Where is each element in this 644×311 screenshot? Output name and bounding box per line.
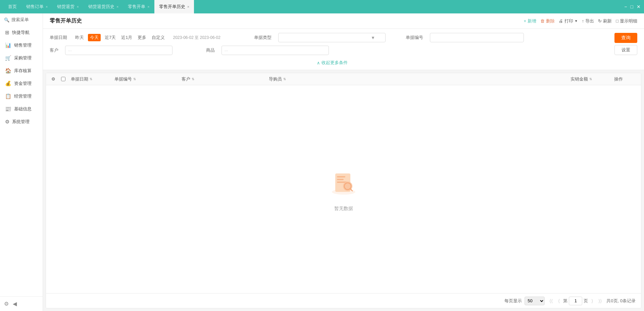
print-icon: 🖨	[559, 18, 563, 23]
type-select-arrow: ▼	[371, 35, 375, 40]
system-icon: ⚙	[5, 119, 9, 125]
query-button[interactable]: 查询	[614, 33, 637, 43]
delete-icon: 🗑	[540, 18, 545, 23]
date-options: 昨天 今天 近7天 近1月 更多 自定义	[74, 34, 166, 41]
print-button[interactable]: 🖨 打印 ▼	[559, 18, 578, 24]
display-detail-button[interactable]: □ 显示明细	[616, 18, 637, 24]
th-amount[interactable]: 实销金额 ⇅	[568, 76, 611, 82]
th-action-label: 操作	[614, 76, 623, 82]
sort-number-icon: ⇅	[133, 77, 136, 81]
customer-dots[interactable]: ···	[68, 48, 72, 53]
empty-illustration	[327, 167, 360, 200]
setting-button[interactable]: 设置	[614, 45, 637, 55]
date-range: 2023-06-02 至 2023-06-02	[173, 35, 220, 41]
close-btn-window[interactable]: ✕	[637, 4, 641, 9]
sidebar-item-purchase[interactable]: 🛒 采购管理	[0, 52, 43, 64]
customer-select[interactable]: ···	[65, 46, 172, 55]
sidebar: 🔍 搜索采单 ⊞ 快捷导航 📊 销售管理 🛒 采购管理 🏠 库存核算 💰 资金管…	[0, 13, 43, 311]
select-all-checkbox[interactable]	[61, 77, 65, 81]
th-guide[interactable]: 导购员 ⇅	[266, 76, 313, 82]
close-tab-sales-return[interactable]: ×	[77, 5, 79, 9]
toolbar: + 新增 🗑 删除 🖨 打印 ▼ ↑ 导出 ↻ 刷新	[524, 18, 637, 24]
sidebar-search[interactable]: 🔍 搜索采单	[0, 13, 43, 26]
date-opt-custom[interactable]: 自定义	[150, 34, 166, 41]
tab-home[interactable]: 首页	[3, 0, 21, 13]
next-page-btn[interactable]: ⟩	[589, 298, 595, 304]
date-opt-more[interactable]: 更多	[136, 34, 148, 41]
window-controls: − □ ✕	[624, 4, 641, 9]
sidebar-item-sales[interactable]: 📊 销售管理	[0, 39, 43, 52]
tab-bar: 首页 销售订单 × 销货退货 × 销货退货历史 × 零售开单 × 零售开单历史 …	[3, 0, 624, 13]
collapse-sidebar-icon[interactable]: ◀	[13, 301, 17, 307]
th-customer-label: 客户	[182, 76, 190, 82]
goods-label: 商品	[206, 47, 215, 53]
minimize-btn[interactable]: −	[624, 4, 627, 9]
last-page-btn[interactable]: ⟩⟩	[596, 298, 604, 304]
close-tab-sales-return-history[interactable]: ×	[116, 5, 118, 9]
date-opt-1month[interactable]: 近1月	[120, 34, 134, 41]
th-customer[interactable]: 客户 ⇅	[179, 76, 266, 82]
refresh-button[interactable]: ↻ 刷新	[598, 18, 612, 24]
maximize-btn[interactable]: □	[631, 4, 633, 9]
tab-retail-open[interactable]: 零售开单 ×	[123, 0, 154, 13]
per-page-label: 每页显示	[504, 298, 522, 304]
page-label: 第	[563, 298, 567, 304]
collapse-icon: ∧	[317, 60, 320, 65]
tab-sales-order[interactable]: 销售订单 ×	[21, 0, 52, 13]
pagination: 每页显示 50 100 200 ⟨⟨ ⟨ 第 页 ⟩ ⟩⟩ 共0页, 0条记录	[46, 293, 641, 308]
table-header: ⚙ 单据日期 ⇅ 单据编号 ⇅ 客户 ⇅ 导购员	[46, 73, 641, 85]
sidebar-item-system[interactable]: ⚙ 系统管理	[0, 115, 43, 128]
type-select[interactable]: ▼	[278, 33, 386, 42]
svg-rect-3	[337, 179, 344, 180]
tab-sales-return-history[interactable]: 销货退货历史 ×	[84, 0, 123, 13]
page-unit: 页	[584, 298, 588, 304]
add-button[interactable]: + 新增	[524, 18, 536, 24]
sidebar-item-operations[interactable]: 📋 经营管理	[0, 90, 43, 103]
settings-icon[interactable]: ⚙	[4, 301, 9, 307]
main-layout: 🔍 搜索采单 ⊞ 快捷导航 📊 销售管理 🛒 采购管理 🏠 库存核算 💰 资金管…	[0, 13, 644, 311]
prev-page-btn[interactable]: ⟨	[556, 298, 562, 304]
sidebar-item-quick-nav[interactable]: ⊞ 快捷导航	[0, 26, 43, 39]
close-tab-retail-open-history[interactable]: ×	[187, 5, 189, 9]
th-checkbox[interactable]	[58, 77, 68, 81]
table-area: ⚙ 单据日期 ⇅ 单据编号 ⇅ 客户 ⇅ 导购员	[46, 73, 641, 308]
goods-select[interactable]: ···	[221, 46, 329, 55]
tab-sales-return[interactable]: 销货退货 ×	[52, 0, 83, 13]
th-gear[interactable]: ⚙	[49, 76, 58, 82]
th-date[interactable]: 单据日期 ⇅	[68, 76, 112, 82]
th-guide-label: 导购员	[269, 76, 282, 82]
sidebar-item-finance[interactable]: 💰 资金管理	[0, 77, 43, 90]
th-amount-label: 实销金额	[571, 76, 588, 82]
sidebar-item-basics[interactable]: 📰 基础信息	[0, 103, 43, 115]
filter-row-2: 客户 ··· 商品 ···	[50, 46, 614, 55]
number-input[interactable]	[430, 33, 524, 42]
close-tab-sales-order[interactable]: ×	[46, 5, 48, 9]
number-label: 单据编号	[406, 35, 423, 41]
sort-customer-icon: ⇅	[192, 77, 194, 81]
export-button[interactable]: ↑ 导出	[582, 18, 594, 24]
sidebar-item-inventory[interactable]: 🏠 库存核算	[0, 64, 43, 77]
page-input[interactable]	[569, 297, 582, 305]
th-number-label: 单据编号	[114, 76, 132, 82]
delete-button[interactable]: 🗑 删除	[540, 18, 555, 24]
first-page-btn[interactable]: ⟨⟨	[547, 298, 555, 304]
th-action: 操作	[611, 76, 638, 82]
customer-label: 客户	[50, 47, 58, 53]
checkbox-icon: □	[616, 18, 618, 23]
empty-text: 暂无数据	[334, 206, 353, 212]
page-title: 零售开单历史	[50, 17, 82, 24]
sales-icon: 📊	[5, 42, 11, 48]
svg-rect-2	[337, 176, 345, 177]
per-page-select[interactable]: 50 100 200	[525, 297, 545, 305]
date-opt-7days[interactable]: 近7天	[103, 34, 117, 41]
date-opt-yesterday[interactable]: 昨天	[74, 34, 85, 41]
goods-dots[interactable]: ···	[225, 48, 228, 53]
close-tab-retail-open[interactable]: ×	[147, 5, 149, 9]
th-number[interactable]: 单据编号 ⇅	[112, 76, 179, 82]
inventory-icon: 🏠	[5, 68, 11, 74]
collapse-filter-btn[interactable]: ∧ 收起更多条件	[50, 58, 614, 66]
tab-retail-open-history[interactable]: 零售开单历史 ×	[154, 0, 194, 13]
gear-icon: ⚙	[51, 76, 55, 82]
refresh-icon: ↻	[598, 18, 602, 23]
date-opt-today[interactable]: 今天	[88, 34, 101, 41]
